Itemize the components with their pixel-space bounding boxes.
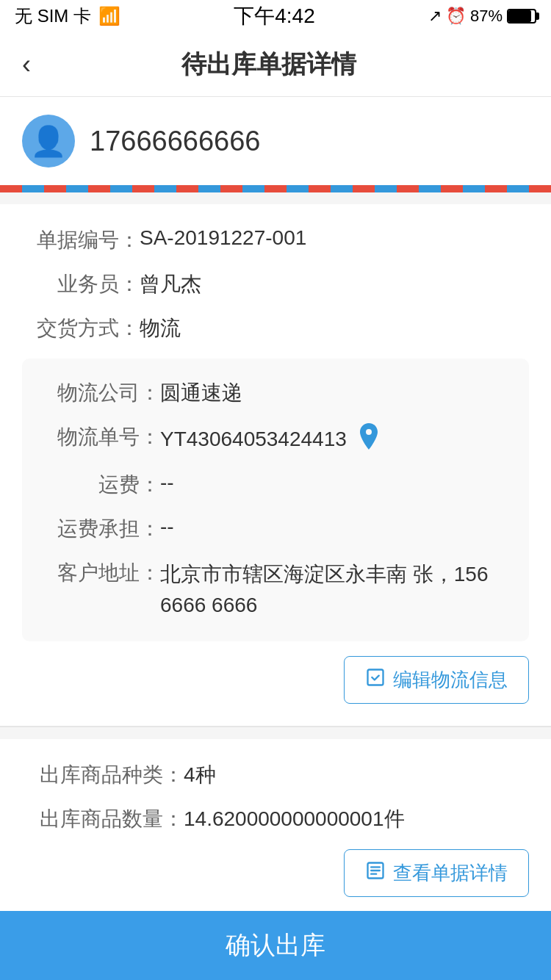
wifi-icon: 📶 <box>98 6 120 26</box>
battery-percentage: 87% <box>470 7 503 26</box>
status-left: 无 SIM 卡 📶 <box>15 4 120 28</box>
address-label: 客户地址： <box>43 559 160 587</box>
battery-icon <box>507 9 536 24</box>
edit-logistics-wrap: 编辑物流信息 <box>22 656 529 704</box>
svg-rect-0 <box>368 670 383 685</box>
page-title: 待出库单据详情 <box>46 48 492 82</box>
logistics-company-value: 圆通速递 <box>160 379 508 407</box>
tracking-number: YT43064053424413 <box>160 428 347 451</box>
edit-logistics-label: 编辑物流信息 <box>393 667 508 693</box>
map-pin-icon[interactable] <box>357 423 381 455</box>
customer-header: 👤 17666666666 <box>0 97 551 185</box>
edit-logistics-button[interactable]: 编辑物流信息 <box>344 656 529 704</box>
freight-row: 运费： -- <box>43 471 508 499</box>
product-qty-value: 14.620000000000001件 <box>184 805 529 833</box>
delivery-row: 交货方式： 物流 <box>22 314 529 342</box>
order-no-value: SA-20191227-001 <box>140 226 529 250</box>
logistics-tracking-row: 物流单号： YT43064053424413 <box>43 423 508 455</box>
product-qty-label: 出库商品数量： <box>22 805 184 833</box>
stripe-divider <box>0 185 551 192</box>
status-bar: 无 SIM 卡 📶 下午4:42 ↗ ⏰ 87% <box>0 0 551 32</box>
product-type-value: 4种 <box>184 761 529 789</box>
logistics-tracking-label: 物流单号： <box>43 423 160 451</box>
order-no-label: 单据编号： <box>22 226 140 254</box>
order-no-row: 单据编号： SA-20191227-001 <box>22 226 529 254</box>
location-status-icon: ↗ <box>428 7 442 26</box>
avatar: 👤 <box>22 115 75 167</box>
view-detail-wrap: 查看单据详情 <box>22 849 529 897</box>
address-value: 北京市市辖区海淀区永丰南 张，156 6666 6666 <box>160 559 508 621</box>
confirm-outbound-button[interactable]: 确认出库 <box>0 929 551 962</box>
salesman-label: 业务员： <box>22 270 140 298</box>
section-divider <box>0 726 551 727</box>
freight-bear-row: 运费承担： -- <box>43 515 508 543</box>
logistics-company-row: 物流公司： 圆通速递 <box>43 379 508 407</box>
back-button[interactable]: ‹ <box>22 49 46 80</box>
address-row: 客户地址： 北京市市辖区海淀区永丰南 张，156 6666 6666 <box>43 559 508 621</box>
freight-bear-label: 运费承担： <box>43 515 160 543</box>
customer-phone: 17666666666 <box>90 126 260 157</box>
logistics-company-label: 物流公司： <box>43 379 160 407</box>
delivery-value: 物流 <box>140 314 529 342</box>
freight-value: -- <box>160 471 508 494</box>
salesman-row: 业务员： 曾凡杰 <box>22 270 529 298</box>
product-qty-row: 出库商品数量： 14.620000000000001件 <box>22 805 529 833</box>
status-right: ↗ ⏰ 87% <box>428 7 536 26</box>
freight-label: 运费： <box>43 471 160 499</box>
status-time: 下午4:42 <box>234 2 315 30</box>
logistics-tracking-value: YT43064053424413 <box>160 423 508 455</box>
basic-info-section: 单据编号： SA-20191227-001 业务员： 曾凡杰 交货方式： 物流 … <box>0 204 551 726</box>
edit-icon <box>365 667 386 693</box>
alarm-icon: ⏰ <box>446 7 466 26</box>
view-detail-label: 查看单据详情 <box>393 860 508 886</box>
freight-bear-value: -- <box>160 515 508 538</box>
logistics-card: 物流公司： 圆通速递 物流单号： YT43064053424413 运费： --… <box>22 359 529 641</box>
salesman-value: 曾凡杰 <box>140 270 529 298</box>
confirm-btn-wrap: 确认出库 <box>0 911 551 980</box>
nav-bar: ‹ 待出库单据详情 <box>0 32 551 97</box>
view-detail-button[interactable]: 查看单据详情 <box>344 849 529 897</box>
product-type-label: 出库商品种类： <box>22 761 184 789</box>
detail-icon <box>365 860 386 886</box>
outbound-section: 出库商品种类： 4种 出库商品数量： 14.620000000000001件 查… <box>0 739 551 919</box>
product-type-row: 出库商品种类： 4种 <box>22 761 529 789</box>
carrier-label: 无 SIM 卡 <box>15 4 91 28</box>
delivery-label: 交货方式： <box>22 314 140 342</box>
user-icon: 👤 <box>30 124 67 159</box>
